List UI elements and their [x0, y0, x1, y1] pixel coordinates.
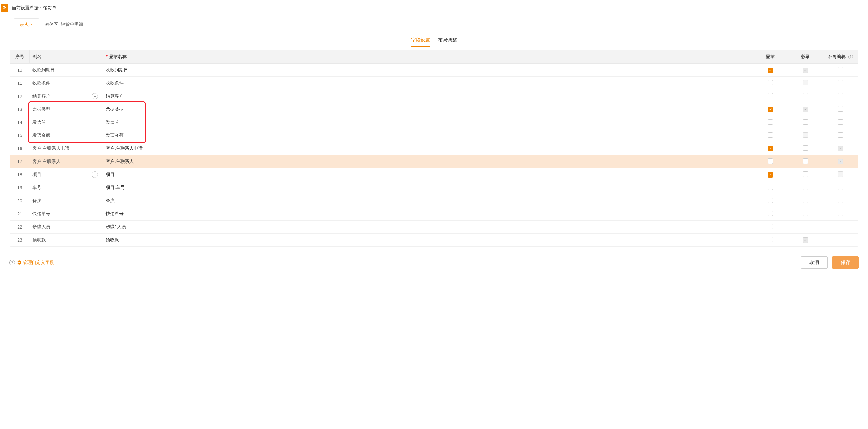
th-readonly: 不可编辑 ? — [823, 50, 858, 64]
row-column-name: 发票金额 — [29, 129, 102, 142]
checkbox-required[interactable] — [803, 171, 808, 177]
checkbox-required[interactable] — [803, 184, 808, 190]
checkbox-required[interactable] — [803, 198, 808, 203]
checkbox-readonly[interactable] — [838, 224, 843, 229]
checkbox-required[interactable] — [803, 93, 808, 98]
checkbox-show[interactable] — [768, 237, 773, 242]
row-display-name[interactable]: 快递单号 — [102, 207, 753, 221]
table-row: 19车号项目.车号 — [10, 181, 858, 194]
checkbox-readonly: ✓ — [838, 146, 843, 151]
row-seq: 18 — [10, 168, 29, 181]
checkbox-show[interactable] — [768, 80, 773, 85]
cancel-button[interactable]: 取消 — [801, 256, 828, 269]
cell-readonly — [823, 103, 858, 116]
row-column-name: 客户.主联系人 — [29, 155, 102, 168]
cell-show: ✓ — [753, 64, 788, 77]
row-display-name[interactable]: 客户.主联系人 — [102, 155, 753, 168]
checkbox-readonly[interactable] — [838, 198, 843, 203]
checkbox-readonly[interactable] — [838, 184, 843, 190]
row-seq: 20 — [10, 194, 29, 207]
chevron-right-icon — [3, 6, 6, 10]
sub-tab-0[interactable]: 字段设置 — [411, 37, 430, 47]
checkbox-readonly[interactable] — [838, 106, 843, 112]
checkbox-required[interactable] — [803, 119, 808, 125]
add-child-button[interactable]: + — [92, 93, 98, 99]
table-row: 17客户.主联系人客户.主联系人✓ — [10, 155, 858, 168]
row-display-name[interactable]: 票据类型 — [102, 103, 753, 116]
row-display-name[interactable]: 项目.车号 — [102, 181, 753, 194]
question-icon[interactable]: ? — [9, 260, 15, 265]
row-column-name: 发票号 — [29, 116, 102, 129]
top-tab-1[interactable]: 表体区–销货单明细 — [39, 19, 89, 31]
cell-readonly — [823, 221, 858, 234]
cell-required — [788, 155, 823, 168]
checkbox-readonly[interactable] — [838, 211, 843, 216]
checkbox-readonly[interactable] — [838, 80, 843, 85]
checkbox-show[interactable]: ✓ — [768, 172, 773, 177]
cell-required: ✓ — [788, 103, 823, 116]
settings-table-wrap: 序号 列名 *显示名称 显示 必录 不可编辑 ? 10收款到期日收款到期日✓✓1… — [10, 50, 858, 247]
cell-show — [753, 77, 788, 90]
row-display-name[interactable]: 收款条件 — [102, 77, 753, 90]
cell-required — [788, 221, 823, 234]
checkbox-show[interactable] — [768, 93, 773, 98]
checkbox-required[interactable] — [803, 159, 808, 164]
cell-readonly — [823, 234, 858, 247]
checkbox-readonly[interactable] — [838, 119, 843, 125]
row-column-name: 车号 — [29, 181, 102, 194]
cell-readonly — [823, 64, 858, 77]
checkbox-show[interactable] — [768, 159, 773, 164]
page-title: 当前设置单据：销货单 — [12, 5, 56, 11]
checkbox-show[interactable] — [768, 198, 773, 203]
row-display-name[interactable]: 预收款 — [102, 234, 753, 247]
cell-readonly: ✓ — [823, 142, 858, 155]
cell-required — [788, 77, 823, 90]
cell-required — [788, 90, 823, 103]
table-body: 10收款到期日收款到期日✓✓11收款条件收款条件12结算客户+结算客户13票据类… — [10, 64, 858, 247]
manage-custom-fields-link[interactable]: 管理自定义字段 — [17, 260, 54, 265]
checkbox-show[interactable] — [768, 211, 773, 216]
th-required: 必录 — [788, 50, 823, 64]
row-display-name[interactable]: 步骤1人员 — [102, 221, 753, 234]
checkbox-show[interactable]: ✓ — [768, 67, 773, 73]
checkbox-show[interactable] — [768, 119, 773, 125]
checkbox-required — [803, 80, 808, 85]
sub-tabs: 字段设置布局调整 — [1, 31, 867, 50]
checkbox-required: ✓ — [803, 237, 808, 243]
required-star-icon: * — [106, 54, 107, 59]
cell-readonly — [823, 129, 858, 142]
checkbox-show[interactable] — [768, 184, 773, 190]
add-child-button[interactable]: + — [92, 171, 98, 178]
row-display-name[interactable]: 结算客户 — [102, 90, 753, 103]
table-row: 16客户.主联系人电话客户.主联系人电话✓✓ — [10, 142, 858, 155]
checkbox-required[interactable] — [803, 224, 808, 229]
checkbox-show[interactable] — [768, 224, 773, 229]
expand-toggle-button[interactable] — [1, 3, 8, 12]
row-column-name: 项目+ — [29, 168, 102, 181]
checkbox-readonly: ✓ — [838, 159, 843, 165]
row-display-name[interactable]: 收款到期日 — [102, 64, 753, 77]
checkbox-required[interactable] — [803, 145, 808, 151]
table-row: 22步骤人员步骤1人员 — [10, 221, 858, 234]
cell-show — [753, 129, 788, 142]
checkbox-show[interactable]: ✓ — [768, 146, 773, 151]
cell-required — [788, 129, 823, 142]
checkbox-readonly[interactable] — [838, 237, 843, 242]
row-display-name[interactable]: 备注 — [102, 194, 753, 207]
table-row: 12结算客户+结算客户 — [10, 90, 858, 103]
checkbox-show[interactable]: ✓ — [768, 107, 773, 112]
row-display-name[interactable]: 发票金额 — [102, 129, 753, 142]
save-button[interactable]: 保存 — [832, 256, 859, 269]
help-icon[interactable]: ? — [848, 55, 853, 59]
sub-tab-1[interactable]: 布局调整 — [438, 37, 457, 47]
checkbox-show[interactable] — [768, 132, 773, 138]
checkbox-required[interactable] — [803, 211, 808, 216]
row-display-name[interactable]: 项目 — [102, 168, 753, 181]
checkbox-readonly[interactable] — [838, 132, 843, 138]
checkbox-readonly[interactable] — [838, 93, 843, 98]
top-tab-0[interactable]: 表头区 — [14, 19, 39, 31]
cell-show — [753, 116, 788, 129]
row-display-name[interactable]: 客户.主联系人电话 — [102, 142, 753, 155]
row-display-name[interactable]: 发票号 — [102, 116, 753, 129]
checkbox-readonly[interactable] — [838, 67, 843, 73]
